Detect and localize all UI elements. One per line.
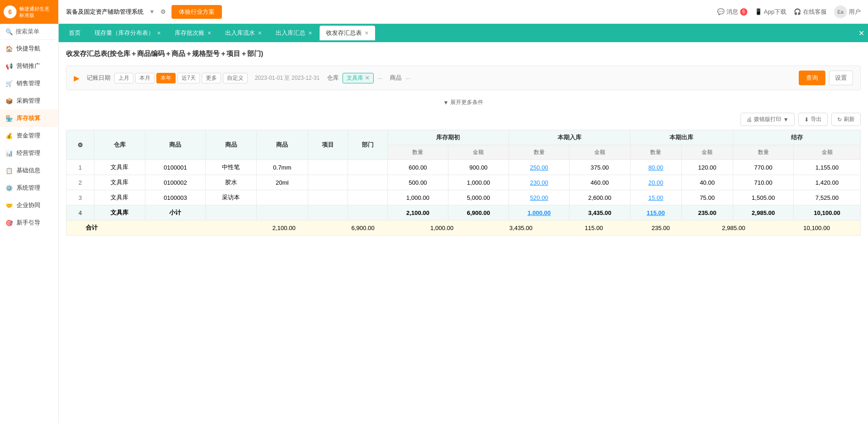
tab-close-stock-dist[interactable]: ✕: [157, 30, 161, 36]
table-footer: 合计 2,100.00 6,900.00 1,000.00 3,435.00 1…: [66, 220, 861, 236]
open-amt-subheader: 金额: [448, 145, 509, 160]
row3-open-qty: 1,000.00: [387, 190, 448, 205]
tab-recv-send[interactable]: 收发存汇总表 ✕: [320, 26, 375, 40]
footer-open-qty: 2,100.00: [244, 224, 323, 232]
sidebar-item-finance[interactable]: 💰 资金管理: [0, 127, 58, 144]
user-item[interactable]: Ea 用户: [834, 5, 861, 18]
subtotal-col6: [348, 205, 387, 220]
sidebar-item-system[interactable]: ⚙️ 系统管理: [0, 179, 58, 197]
sidebar-item-sales[interactable]: 🛒 销售管理: [0, 75, 58, 92]
gear-icon[interactable]: ⚙: [160, 8, 166, 15]
footer-open-amt: 6,900.00: [323, 224, 402, 232]
row2-out-qty[interactable]: 20.00: [630, 175, 681, 190]
date-btn-more[interactable]: 更多: [202, 73, 221, 83]
sidebar-item-purchase[interactable]: 📦 采购管理: [0, 92, 58, 110]
date-btn-cur-month[interactable]: 本月: [135, 73, 155, 83]
subtotal-in-amt: 3,435.00: [569, 205, 630, 220]
sidebar-item-basic-info[interactable]: 📋 基础信息: [0, 162, 58, 179]
topbar-right: 💬 消息 6 📱 App下载 🎧 在线客服 Ea 用户: [717, 5, 861, 18]
table-row: 2 文具库 0100002 胶水 20ml 500.00 1,000.00 23…: [66, 175, 861, 190]
headset-icon: 🎧: [794, 8, 801, 15]
print-button[interactable]: 🖨 拨镜版打印 ▼: [741, 113, 795, 126]
row2-in-qty[interactable]: 230.00: [509, 175, 569, 190]
sidebar-item-new-guide[interactable]: 🎯 新手引导: [0, 214, 58, 231]
row1-out-amt: 120.00: [681, 160, 733, 175]
date-btn-7days[interactable]: 近7天: [177, 73, 200, 83]
row1-in-qty[interactable]: 250.00: [509, 160, 569, 175]
notification-item[interactable]: 💬 消息 6: [717, 8, 747, 16]
row3-out-qty[interactable]: 15.00: [630, 190, 681, 205]
subtotal-label: 小计: [145, 205, 205, 220]
footer-in-qty: 1,000.00: [403, 224, 481, 232]
footer-bal-amt: 10,100.00: [773, 224, 860, 232]
expand-icon: ▼: [443, 99, 449, 106]
online-service-item[interactable]: 🎧 在线客服: [794, 8, 827, 16]
app-download-item[interactable]: 📱 App下载: [755, 8, 786, 16]
date-btn-cur-year[interactable]: 本年: [156, 73, 176, 83]
footer-empty5: [200, 224, 222, 232]
bal-amt-subheader: 金额: [794, 145, 861, 160]
subtotal-bal-qty: 2,985.00: [733, 205, 794, 220]
user-avatar: Ea: [834, 5, 847, 18]
table-toolbar-right: 🖨 拨镜版打印 ▼ ⬇ 导出 ↻ 刷新: [741, 113, 861, 126]
trial-button[interactable]: 体验行业方案: [171, 5, 222, 19]
expand-more-btn[interactable]: ▼ 展开更多条件: [66, 96, 861, 109]
query-button[interactable]: 查询: [799, 71, 825, 85]
sidebar-item-inventory[interactable]: 🏪 库存核算: [0, 110, 58, 127]
row3-bal-amt: 7,525.00: [794, 190, 861, 205]
row3-warehouse: 文具库: [94, 190, 145, 205]
row1-out-qty[interactable]: 80.00: [630, 160, 681, 175]
row2-bal-qty: 710.00: [733, 175, 794, 190]
subtotal-bal-amt: 10,100.00: [794, 205, 861, 220]
subtotal-warehouse: 文具库: [94, 205, 145, 220]
date-btn-prev-month[interactable]: 上月: [114, 73, 133, 83]
date-btn-custom[interactable]: 自定义: [223, 73, 248, 83]
warehouse-tag-remove[interactable]: ✕: [365, 75, 370, 81]
filter-expand-arrow[interactable]: ▶: [74, 74, 79, 82]
notification-label: 消息: [726, 8, 738, 16]
subtotal-no: 4: [66, 205, 94, 220]
bal-qty-subheader: 数量: [733, 145, 794, 160]
tab-close-recv-send[interactable]: ✕: [365, 30, 369, 36]
sidebar-item-enterprise[interactable]: 🤝 企业协同: [0, 197, 58, 214]
row2-out-amt: 40.00: [681, 175, 733, 190]
row1-bal-qty: 770.00: [733, 160, 794, 175]
notification-icon: 💬: [717, 8, 724, 15]
goods-more-btn[interactable]: ···: [405, 75, 410, 82]
tab-inout-summary[interactable]: 出入库汇总 ✕: [269, 26, 319, 40]
row2-open-amt: 1,000.00: [448, 175, 509, 190]
sidebar-search[interactable]: 🔍 搜索菜单: [0, 24, 58, 40]
subtotal-col3: [206, 205, 257, 220]
settings-button[interactable]: 设置: [829, 71, 853, 85]
tab-batch[interactable]: 库存批次账 ✕: [168, 26, 218, 40]
tab-close-batch[interactable]: ✕: [207, 30, 211, 36]
goods-filter-label: 商品: [390, 74, 402, 82]
row1-open-qty: 600.00: [387, 160, 448, 175]
print-icon: 🖨: [746, 116, 752, 123]
tab-close-inout-flow[interactable]: ✕: [258, 30, 262, 36]
date-filter-section: 记账日期 上月 本月 本年 近7天 更多 自定义 2023-01-01 至 20…: [87, 73, 320, 83]
footer-bal-qty: 2,985.00: [694, 224, 773, 232]
tab-inout-flow[interactable]: 出入库流水 ✕: [219, 26, 268, 40]
tab-stock-dist[interactable]: 现存量（库存分布表） ✕: [88, 26, 167, 40]
print-dropdown-icon: ▼: [783, 116, 789, 123]
sidebar-item-quick-nav[interactable]: 🏠 快捷导航: [0, 40, 58, 57]
phone-icon: 📱: [755, 8, 762, 15]
row2-dept: [348, 175, 387, 190]
project-col-header: 项目: [308, 130, 348, 160]
refresh-button[interactable]: ↻ 刷新: [831, 113, 861, 126]
home-icon: 🏠: [6, 45, 13, 52]
footer-label: 合计: [81, 224, 133, 232]
settings-col-header[interactable]: ⚙: [66, 130, 94, 160]
table-row: 3 文具库 0100003 采访本 1,000.00 5,000.00 520.…: [66, 190, 861, 205]
row3-in-qty[interactable]: 520.00: [509, 190, 569, 205]
tabs-close-all-button[interactable]: ✕: [858, 29, 864, 38]
tab-close-inout-summary[interactable]: ✕: [308, 30, 312, 36]
export-button[interactable]: ⬇ 导出: [798, 113, 828, 126]
topbar-dropdown-icon: ▼: [149, 8, 155, 15]
tab-home[interactable]: 首页: [62, 26, 87, 40]
sidebar-item-marketing[interactable]: 📢 营销推广: [0, 57, 58, 75]
period-out-header: 本期出库: [630, 130, 733, 145]
sidebar-item-operations[interactable]: 📊 经营管理: [0, 144, 58, 162]
warehouse-more-btn[interactable]: ···: [377, 75, 382, 82]
